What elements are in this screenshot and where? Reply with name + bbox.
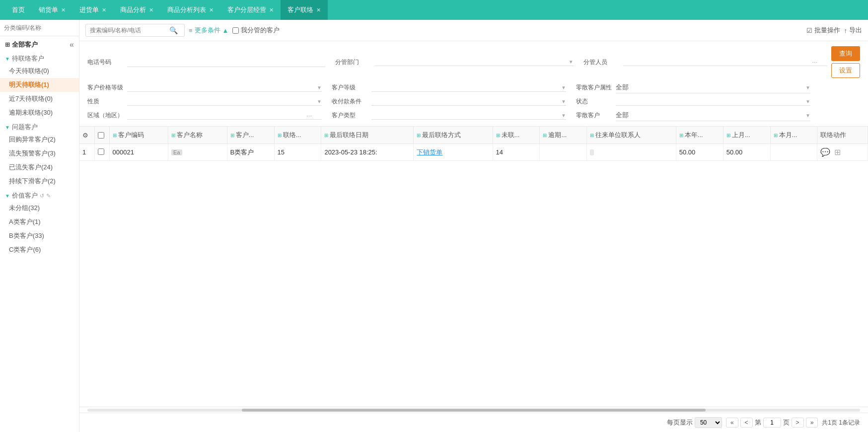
close-icon[interactable]: ✕: [149, 7, 153, 13]
tomorrow-pending-label: 明天待联络(1): [9, 81, 49, 88]
collapse-icon[interactable]: «: [70, 40, 74, 49]
th-customer-name-label: 客户名称: [177, 131, 203, 140]
sidebar-item-c-class[interactable]: C类客户(6): [0, 243, 79, 257]
th-contact-person-label: 往来单位联系人: [595, 131, 641, 140]
grid-action-icon[interactable]: ⊞: [834, 147, 841, 157]
last-page-btn[interactable]: »: [806, 418, 818, 428]
th-sort-icon: ⊞: [590, 133, 594, 138]
cell-contact-person: [587, 144, 676, 161]
sidebar-item-b-class[interactable]: B类客户(33): [0, 229, 79, 243]
my-customers-checkbox[interactable]: [232, 27, 239, 34]
declining-label: 持续下滑客户(2): [9, 177, 56, 185]
export-btn[interactable]: ↑ 导出: [844, 26, 863, 35]
nav-item-home[interactable]: 首页: [5, 0, 32, 20]
close-icon[interactable]: ✕: [102, 7, 106, 13]
b-class-label: B类客户(33): [9, 232, 44, 239]
query-btn-column: 查询 设置: [831, 46, 860, 78]
close-icon[interactable]: ✕: [61, 7, 66, 13]
dept-select[interactable]: ▼: [375, 58, 573, 66]
retail-attr-select[interactable]: 全部 ▼: [616, 82, 810, 93]
pending-group-text: 待联络客户: [12, 54, 44, 63]
chevron-down-icon: ▼: [805, 85, 810, 90]
scroll-track[interactable]: [87, 409, 860, 412]
cell-overdue: [540, 144, 587, 161]
nav-item-analysis[interactable]: 商品分析 ✕: [113, 0, 160, 20]
nav-item-customer-layered[interactable]: 客户分层经营 ✕: [220, 0, 281, 20]
th-contact-count-label: 联络...: [283, 131, 301, 140]
sidebar-item-today-pending[interactable]: 今天待联络(0): [0, 64, 79, 78]
payment-select[interactable]: ▼: [371, 98, 566, 106]
nav-item-analysis-list[interactable]: 商品分析列表 ✕: [160, 0, 220, 20]
sidebar-item-declining[interactable]: 持续下滑客户(2): [0, 174, 79, 188]
nav-customer-contact-label: 客户联络: [288, 5, 313, 14]
select-all-checkbox[interactable]: [98, 132, 104, 139]
arrow-down-icon: ▼: [5, 125, 10, 130]
7day-pending-label: 近7天待联络(0): [9, 95, 53, 102]
refresh-icon[interactable]: ↺: [40, 193, 44, 199]
retail-customer-select[interactable]: 全部 ▼: [616, 110, 810, 121]
price-level-select[interactable]: ▼: [127, 84, 322, 92]
more-conditions-btn[interactable]: ≡ 更多条件 ▲: [189, 26, 228, 35]
close-icon[interactable]: ✕: [316, 7, 321, 13]
horizontal-scrollbar[interactable]: [79, 407, 868, 413]
query-button[interactable]: 查询: [831, 46, 860, 61]
dots-icon[interactable]: ···: [306, 112, 312, 119]
th-contact-person: ⊞ 往来单位联系人: [587, 127, 676, 144]
nature-select[interactable]: ▼: [127, 98, 322, 106]
per-page-select[interactable]: 50 100 200: [695, 417, 722, 428]
close-icon[interactable]: ✕: [209, 7, 214, 13]
search-input[interactable]: [90, 27, 169, 34]
sidebar-item-tomorrow-pending[interactable]: 明天待联络(1): [0, 78, 79, 92]
filter-row-2: 客户价格等级 ▼ 客户等级 ▼ 零散客户属性 全部: [87, 82, 860, 93]
sidebar-item-7day-pending[interactable]: 近7天待联络(0): [0, 92, 79, 106]
sidebar-item-a-class[interactable]: A类客户(1): [0, 215, 79, 229]
th-contact-count: ⊞ 联络...: [274, 127, 321, 144]
th-last-month: ⊞ 上月...: [723, 127, 770, 144]
filter-cell-customer-type: 客户类型 ▼: [332, 111, 576, 120]
row-checkbox[interactable]: [98, 148, 104, 155]
contact-method-link[interactable]: 下销货单: [417, 148, 442, 156]
th-customer-name: ⊞ 客户名称: [168, 127, 227, 144]
chevron-down-icon: ▼: [317, 85, 322, 90]
th-last-contact-date-label: 最后联络日期: [330, 131, 368, 140]
contact-person-avatar: [590, 149, 594, 155]
all-customers-label: 全部客户: [12, 40, 38, 49]
th-last-contact-method: ⊞ 最后联络方式: [414, 127, 493, 144]
today-pending-label: 今天待联络(0): [9, 67, 49, 74]
sidebar-item-overdue-pending[interactable]: 逾期未联络(30): [0, 106, 79, 120]
nav-item-purchase[interactable]: 进货单 ✕: [72, 0, 113, 20]
sidebar-item-churned[interactable]: 已流失客户(24): [0, 160, 79, 174]
cell-checkbox[interactable]: [94, 144, 109, 161]
th-overdue-label: 逾期...: [548, 131, 567, 140]
edit-icon[interactable]: ✎: [46, 193, 51, 199]
phone-input[interactable]: [127, 58, 325, 67]
prev-page-btn[interactable]: <: [740, 418, 753, 428]
filter-cell-retail-customer: 零散客户 全部 ▼: [576, 110, 820, 121]
first-page-btn[interactable]: «: [726, 418, 738, 428]
next-page-btn[interactable]: >: [792, 418, 804, 428]
customer-grade-select[interactable]: ▼: [371, 84, 566, 92]
table-footer: 每页显示 50 100 200 « < 第 页 > » 共1页 1条记录: [79, 413, 868, 432]
filter-cell-customer-grade: 客户等级 ▼: [332, 83, 576, 92]
sidebar-item-repurchase-abnormal[interactable]: 回购异常客户(2): [0, 133, 79, 146]
comment-icon[interactable]: 💬: [820, 147, 830, 157]
phone-input-wrap: [127, 58, 325, 67]
nav-item-customer-contact[interactable]: 客户联络 ✕: [281, 0, 328, 20]
th-settings[interactable]: ⚙: [79, 127, 94, 144]
dots-icon[interactable]: ···: [812, 58, 817, 66]
sidebar-search-input[interactable]: [4, 24, 78, 31]
nav-sales-label: 销货单: [39, 5, 58, 14]
th-checkbox[interactable]: [94, 127, 109, 144]
filter-cell-retail-attr: 零散客户属性 全部 ▼: [576, 82, 820, 93]
status-select[interactable]: ▼: [616, 98, 810, 106]
batch-op-btn[interactable]: ☑ 批量操作: [806, 26, 840, 35]
settings-button[interactable]: 设置: [831, 63, 860, 78]
sidebar-item-ungrouped[interactable]: 未分组(32): [0, 201, 79, 215]
scroll-thumb[interactable]: [242, 409, 706, 412]
sidebar-item-churn-warning[interactable]: 流失预警客户(3): [0, 146, 79, 160]
nav-item-sales[interactable]: 销货单 ✕: [32, 0, 72, 20]
search-icon[interactable]: 🔍: [169, 26, 178, 34]
page-number-input[interactable]: [763, 418, 781, 428]
customer-type-select[interactable]: ▼: [371, 112, 566, 120]
close-icon[interactable]: ✕: [269, 7, 274, 13]
